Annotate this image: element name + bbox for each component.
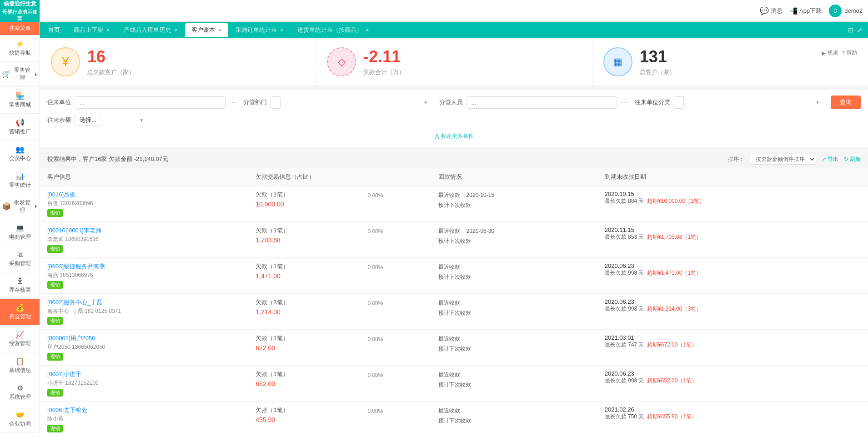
- stat-card-actions: ▶ 视频 ? 帮助: [822, 47, 857, 57]
- source-unit-input[interactable]: [75, 96, 226, 109]
- sidebar-item-operations[interactable]: 📈 经营管理: [0, 326, 40, 352]
- sidebar-search[interactable]: 搜索菜单: [0, 22, 40, 35]
- cell-due-date: 2020.06.23 最长欠款 998 天 超期¥1,471.00（1笔）: [597, 258, 868, 294]
- collapse-icon: ⋀: [435, 133, 439, 140]
- sidebar-item-members[interactable]: 👥 会员中心: [0, 141, 40, 167]
- table-wrapper: 客户信息 欠款交易信息（占比） 回款情况 到期未收款日期 [0016]吕俊 吕俊…: [40, 168, 868, 437]
- overdue-link[interactable]: 超期¥455.90（1笔）: [647, 413, 697, 420]
- cell-debt-percent: 0.00%: [360, 186, 431, 222]
- search-button[interactable]: 查询: [831, 95, 861, 109]
- balance-select[interactable]: 选择...: [75, 114, 101, 126]
- filter-group-source-unit: 往来单位 ···: [47, 96, 236, 109]
- message-btn[interactable]: 💬 消息: [760, 6, 783, 15]
- sidebar-item-marketing[interactable]: 📢 营销推广: [0, 114, 40, 141]
- tab-close-purchase-order[interactable]: ✕: [280, 27, 284, 33]
- cell-return-info: 最近收款 预计下次收款: [431, 402, 597, 437]
- manager-input[interactable]: [467, 96, 617, 109]
- sidebar-item-retail-stats[interactable]: 📊 零售统计: [0, 167, 40, 194]
- tab-expand-btn[interactable]: ⤢: [857, 26, 863, 34]
- cell-debt-count: 欠款（1笔） 672.00: [248, 330, 360, 366]
- tab-purchase-order[interactable]: 采购订单统计表 ✕: [229, 23, 290, 37]
- customer-name[interactable]: [0007]小进干: [47, 370, 241, 378]
- cell-customer-info: [0002]服务中心_丁磊 服务中心_丁磊 181 0125 8371 现销: [40, 294, 248, 330]
- customer-name[interactable]: [000002]用户2050: [47, 334, 241, 342]
- filter-group-balance: 往来余额 选择...: [47, 114, 861, 126]
- sidebar-item-finance[interactable]: 💰 资金管理: [0, 299, 40, 326]
- source-unit-more-btn[interactable]: ···: [229, 98, 236, 107]
- customer-name[interactable]: [0006]去下粮仓: [47, 406, 241, 414]
- customer-name[interactable]: [0016]吕俊: [47, 191, 241, 199]
- purchase-mgmt-icon: 🛍: [2, 251, 38, 259]
- overdue-link[interactable]: 超期¥652.00（1笔）: [647, 377, 697, 384]
- sidebar-item-retail-mall[interactable]: 🏪 零售商城: [0, 87, 40, 114]
- sidebar-item-purchase-mgmt[interactable]: 🛍 采购管理: [0, 246, 40, 272]
- sidebar-item-enterprise[interactable]: 🤝 企业协同: [0, 406, 40, 433]
- app-logo: 畅捷通好生意 母婴行业演示账套: [0, 0, 40, 22]
- refresh-btn[interactable]: ↻ 刷新: [844, 156, 861, 163]
- customer-name[interactable]: [0001020001]李老师: [47, 226, 241, 235]
- customer-tag: 现销: [47, 317, 63, 325]
- video-btn[interactable]: ▶ 视频: [822, 49, 838, 57]
- customer-phone: 吕俊 13026203696: [47, 200, 241, 207]
- customer-name[interactable]: [0003]畅捷服务尹海燕: [47, 262, 241, 271]
- overdue-link[interactable]: 超期¥1,703.68（1笔）: [647, 234, 702, 240]
- unit-category-select[interactable]: [674, 96, 684, 109]
- cell-due-date: 2020.11.15 最长欠款 853 天 超期¥1,703.68（1笔）: [597, 222, 868, 258]
- sidebar-item-inventory[interactable]: 🗄 库存核算: [0, 272, 40, 299]
- tab-close-purchase-stats[interactable]: ✕: [365, 27, 369, 33]
- overdue-link[interactable]: 超期¥672.00（1笔）: [647, 342, 697, 348]
- tab-close-product-instock[interactable]: ✕: [174, 27, 178, 33]
- source-unit-label: 往来单位: [47, 98, 71, 106]
- overdue-link[interactable]: 超期¥1,471.00（1笔）: [647, 270, 702, 276]
- tab-customer-account[interactable]: 客户账本 ✕: [185, 23, 228, 37]
- sidebar-item-system[interactable]: ⚙ 系统管理: [0, 379, 40, 406]
- sidebar-item-batch-mgmt[interactable]: 📦 批发管理 ▼: [0, 194, 40, 219]
- unit-category-label: 往来单位分类: [635, 98, 670, 106]
- chevron-down-icon: ▲: [34, 72, 38, 76]
- sidebar-item-basic-info[interactable]: 📋 基础信息: [0, 352, 40, 379]
- manager-more-btn[interactable]: ···: [621, 98, 627, 107]
- customer-tag: 现销: [47, 389, 63, 397]
- table-row: [000002]用户2050 用户2050 18665062050 现销 欠款（…: [40, 330, 868, 366]
- cell-return-info: 最近收款 预计下次收款: [431, 294, 597, 330]
- tab-home[interactable]: 首页: [42, 23, 66, 37]
- sidebar-item-ecommerce[interactable]: 💻 电商管理: [0, 219, 40, 246]
- customer-name[interactable]: [0002]服务中心_丁磊: [47, 298, 241, 306]
- tab-product-offsale[interactable]: 商品上下架 ✕: [67, 23, 116, 37]
- sidebar-item-guide[interactable]: 🎯 新手引导: [0, 433, 40, 437]
- filter-row-1: 往来单位 ··· 分管部门 分管人员: [47, 95, 861, 109]
- customer-tag: 现销: [47, 353, 63, 361]
- customer-phone: 服务中心_丁磊 181 0125 8371: [47, 307, 241, 315]
- customer-phone: 海燕 18513066976: [47, 271, 241, 279]
- overdue-link[interactable]: 超期¥10,000.00（1笔）: [647, 198, 705, 204]
- sidebar-item-quick-nav[interactable]: ⚡ 快捷导航: [0, 35, 40, 62]
- help-btn[interactable]: ? 帮助: [842, 49, 857, 57]
- stat-info-customers: 16 总欠款客户（家）: [87, 47, 135, 76]
- finance-icon: 💰: [2, 303, 38, 312]
- collapse-row: ⋀ 收起更多条件: [47, 131, 861, 142]
- tab-purchase-stats[interactable]: 进货单统计表（按商品） ✕: [291, 23, 376, 37]
- cell-due-date: 2020.06.23 最长欠款 998 天 超期¥1,214.00（3笔）: [597, 294, 868, 330]
- export-btn[interactable]: ↗ 导出: [822, 156, 838, 163]
- cell-customer-info: [000002]用户2050 用户2050 18665062050 现销: [40, 330, 248, 366]
- dept-select[interactable]: [271, 96, 281, 109]
- cell-customer-info: [0016]吕俊 吕俊 13026203696 现销: [40, 186, 248, 222]
- tab-close-product-offsale[interactable]: ✕: [106, 27, 110, 33]
- user-menu[interactable]: D demo2: [829, 5, 863, 17]
- sort-select[interactable]: 按欠款金额倒序排序: [750, 154, 816, 165]
- collapse-btn[interactable]: ⋀ 收起更多条件: [435, 132, 474, 140]
- cell-debt-count: 欠款（1笔） 1,471.00: [248, 258, 360, 294]
- tab-product-instock[interactable]: 产成品入库单历史 ✕: [117, 23, 184, 37]
- tab-close-customer-account[interactable]: ✕: [218, 27, 222, 33]
- table-row: [0003]畅捷服务尹海燕 海燕 18513066976 现销 欠款（1笔） 1…: [40, 258, 868, 294]
- manager-label: 分管人员: [439, 98, 463, 106]
- marketing-icon: 📢: [2, 118, 38, 127]
- tab-minimize-btn[interactable]: ⊡: [848, 26, 853, 34]
- retail-mgmt-icon: 🛒: [2, 70, 11, 78]
- cell-return-info: 最近收款 预计下次收款: [431, 366, 597, 402]
- sidebar-item-retail-mgmt[interactable]: 🛒 零售管理 ▲: [0, 62, 40, 87]
- stats-row: ¥ 16 总欠款客户（家） ◇ -2.11 欠款合计（万） ▦: [40, 38, 868, 86]
- overdue-link[interactable]: 超期¥1,214.00（3笔）: [647, 306, 702, 312]
- customer-phone: 小进干 18279152100: [47, 379, 241, 387]
- app-download-btn[interactable]: 📲 App下载: [790, 7, 822, 15]
